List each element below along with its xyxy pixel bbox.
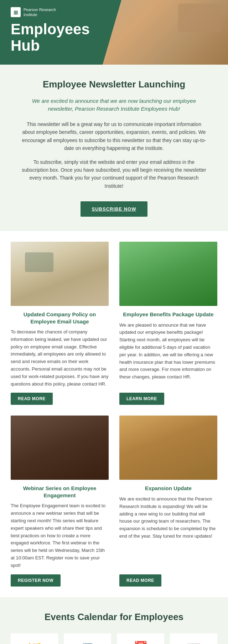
logo-text: Pearson Research Institute bbox=[24, 7, 56, 17]
newsletter-section: Employee Newsletter Launching We are exc… bbox=[0, 65, 228, 231]
article-body: To decrease the chances of company infor… bbox=[11, 328, 109, 388]
articles-grid: Updated Company Policy on Employee Email… bbox=[11, 242, 217, 587]
article-title: Updated Company Policy on Employee Email… bbox=[11, 311, 109, 325]
event-icon-3: 📖 bbox=[187, 640, 201, 644]
article-card: Webinar Series on Employee Engagement Th… bbox=[11, 416, 109, 586]
article-card: Employee Benefits Package Update We are … bbox=[119, 242, 217, 405]
event-card-0: 🤝 March 3 Employee Appreciation Day bbox=[11, 633, 58, 644]
article-image-office bbox=[11, 242, 109, 306]
header-background-image bbox=[103, 0, 228, 65]
article-title: Expansion Update bbox=[119, 485, 217, 492]
read-more-button-4[interactable]: READ MORE bbox=[119, 574, 161, 587]
article-image-construction bbox=[119, 416, 217, 480]
logo-area: ▦ Pearson Research Institute bbox=[11, 7, 90, 17]
events-heading: Events Calendar for Employees bbox=[11, 612, 217, 623]
articles-section: Updated Company Policy on Employee Email… bbox=[0, 231, 228, 597]
header: ▦ Pearson Research Institute Employees H… bbox=[0, 0, 228, 65]
page-title: Employees Hub bbox=[11, 21, 90, 54]
event-card-2: 📅 March 27 Quarterly All-Staff Meeting bbox=[117, 633, 164, 644]
newsletter-body2: To subscribe, simply visit the website a… bbox=[21, 158, 207, 190]
article-title: Employee Benefits Package Update bbox=[119, 311, 217, 318]
article-card: Updated Company Policy on Employee Email… bbox=[11, 242, 109, 405]
subscribe-button[interactable]: SUBSCRIBE NOW bbox=[81, 201, 148, 217]
events-grid: 🤝 March 3 Employee Appreciation Day 💻 Ma… bbox=[11, 633, 217, 644]
read-more-button-3[interactable]: REGISTER NOW bbox=[11, 574, 61, 587]
article-title: Webinar Series on Employee Engagement bbox=[11, 485, 109, 499]
article-image-bikes bbox=[119, 242, 217, 306]
events-section: Events Calendar for Employees 🤝 March 3 … bbox=[0, 597, 228, 644]
article-body: We are excited to announce that the Pear… bbox=[119, 495, 217, 569]
article-image-laptop bbox=[11, 416, 109, 480]
read-more-button-2[interactable]: LEARN MORE bbox=[119, 393, 164, 405]
read-more-button-1[interactable]: READ MORE bbox=[11, 393, 53, 405]
logo-icon: ▦ bbox=[11, 7, 21, 17]
newsletter-body1: This newsletter will be a great way for … bbox=[21, 120, 207, 152]
event-icon-2: 📅 bbox=[134, 640, 148, 644]
event-card-1: 💻 March 15 Webinar Series on Employee En… bbox=[64, 633, 111, 644]
event-card-3: 📖 April 10 Research Symposium bbox=[170, 633, 217, 644]
header-content: ▦ Pearson Research Institute Employees H… bbox=[11, 7, 90, 54]
event-icon-1: 💻 bbox=[81, 640, 95, 644]
article-body: The Employee Engagement team is excited … bbox=[11, 502, 109, 569]
article-card: Expansion Update We are excited to annou… bbox=[119, 416, 217, 586]
article-body: We are pleased to announce that we have … bbox=[119, 322, 217, 388]
event-icon-0: 🤝 bbox=[27, 640, 42, 644]
newsletter-heading: Employee Newsletter Launching bbox=[21, 79, 207, 90]
newsletter-intro: We are excited to announce that we are n… bbox=[21, 97, 207, 113]
